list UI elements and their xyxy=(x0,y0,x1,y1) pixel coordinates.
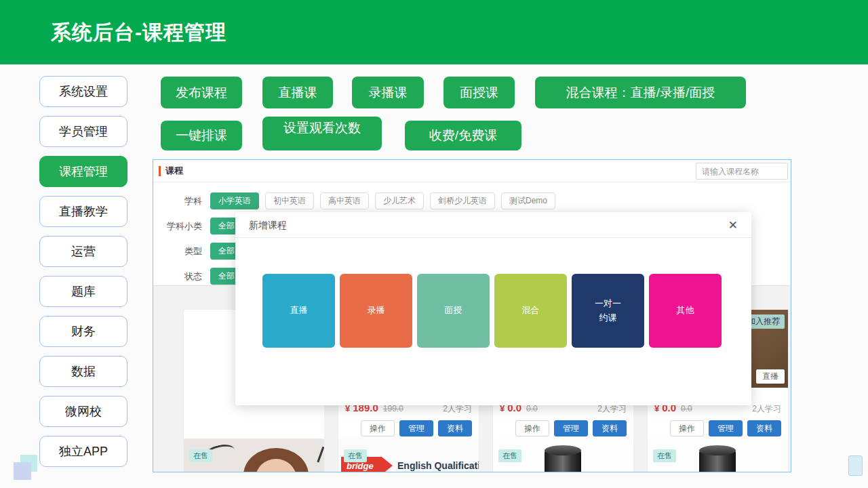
mixed-course-button[interactable]: 混合课程：直播/录播/面授 xyxy=(535,77,746,108)
subject-tag[interactable]: 高中英语 xyxy=(320,192,369,209)
sidebar-item-data[interactable]: 数据 xyxy=(39,356,127,387)
close-icon[interactable]: ✕ xyxy=(728,218,738,232)
material-button[interactable]: 资料 xyxy=(593,420,627,436)
course-original-price: 0.0 xyxy=(681,404,692,413)
type-card-offline[interactable]: 面授 xyxy=(417,274,490,348)
course-card[interactable]: bridge English Qualifications 在售 xyxy=(338,439,479,472)
course-type-badge: 直播 xyxy=(756,369,785,384)
course-card[interactable]: 在售 xyxy=(493,439,633,472)
publish-course-button[interactable]: 发布课程 xyxy=(161,77,242,108)
filter-label: 学科 xyxy=(153,195,202,207)
type-card-recorded[interactable]: 录播 xyxy=(340,274,412,348)
subject-tag[interactable]: 测试Demo xyxy=(501,192,555,209)
offline-course-button[interactable]: 面授课 xyxy=(443,77,515,108)
modal-title: 新增课程 xyxy=(249,220,287,232)
filter-label: 学科小类 xyxy=(153,220,202,232)
material-button[interactable]: 资料 xyxy=(438,420,472,436)
manage-button[interactable]: 管理 xyxy=(399,420,433,436)
modal-header: 新增课程 ✕ xyxy=(235,212,751,238)
sidebar-item-course-management[interactable]: 课程管理 xyxy=(39,156,127,187)
manage-button[interactable]: 管理 xyxy=(554,420,588,436)
sidebar-item-micro-school[interactable]: 微网校 xyxy=(39,396,127,427)
course-original-price: 0.0 xyxy=(526,404,538,413)
on-sale-badge: 在售 xyxy=(498,449,521,462)
course-search-input[interactable] xyxy=(696,163,788,180)
panel-header: 课程 xyxy=(153,160,791,182)
fee-free-course-button[interactable]: 收费/免费课 xyxy=(405,121,521,150)
sidebar-item-question-bank[interactable]: 题库 xyxy=(39,276,127,307)
subject-tag[interactable]: 剑桥少儿英语 xyxy=(430,192,495,209)
type-card-mixed[interactable]: 混合 xyxy=(494,274,567,348)
sidebar-item-system-settings[interactable]: 系统设置 xyxy=(39,76,127,107)
subject-tag[interactable]: 少儿艺术 xyxy=(375,192,424,209)
subject-tag[interactable]: 初中英语 xyxy=(265,192,314,209)
course-original-price: 199.0 xyxy=(383,404,403,413)
operate-button[interactable]: 操作 xyxy=(515,420,549,436)
course-card[interactable]: 在售 xyxy=(184,439,324,472)
sidebar-item-operations[interactable]: 运营 xyxy=(39,236,127,267)
operate-button[interactable]: 操作 xyxy=(361,420,395,436)
on-sale-badge: 在售 xyxy=(653,449,676,462)
add-course-modal: 新增课程 ✕ 直播 录播 面授 混合 一对一 约课 其他 xyxy=(235,212,751,405)
set-view-count-button[interactable]: 设置观看次数 xyxy=(262,117,382,150)
live-course-button[interactable]: 直播课 xyxy=(262,77,333,108)
on-sale-badge: 在售 xyxy=(189,449,212,462)
panel-title: 课程 xyxy=(165,165,183,177)
sidebar-item-live-teaching[interactable]: 直播教学 xyxy=(39,196,127,227)
student-count: 2人学习 xyxy=(752,403,781,415)
recorded-course-button[interactable]: 录播课 xyxy=(352,77,424,108)
subject-tag-active[interactable]: 小学英语 xyxy=(210,192,259,209)
cambridge-caption: English Qualifications xyxy=(397,460,479,471)
filter-label: 状态 xyxy=(153,270,202,283)
operate-button[interactable]: 操作 xyxy=(670,420,704,436)
manage-button[interactable]: 管理 xyxy=(709,420,743,436)
filter-row-subject: 学科 小学英语 初中英语 高中英语 少儿艺术 剑桥少儿英语 测试Demo xyxy=(153,188,791,214)
sidebar-item-standalone-app[interactable]: 独立APP xyxy=(39,436,127,467)
page-header: 系统后台-课程管理 xyxy=(0,0,868,64)
sidebar-item-student-management[interactable]: 学员管理 xyxy=(39,116,127,147)
type-card-live[interactable]: 直播 xyxy=(262,274,335,348)
decoration-square-lavender xyxy=(14,462,31,480)
sidebar: 系统设置 学员管理 课程管理 直播教学 运营 题库 财务 数据 微网校 独立AP… xyxy=(39,76,127,467)
filter-label: 类型 xyxy=(153,245,202,258)
one-click-schedule-button[interactable]: 一键排课 xyxy=(161,121,242,150)
on-sale-badge: 在售 xyxy=(344,449,367,462)
sidebar-item-finance[interactable]: 财务 xyxy=(39,316,127,347)
course-type-options: 直播 录播 面授 混合 一对一 约课 其他 xyxy=(262,274,722,348)
material-button[interactable]: 资料 xyxy=(747,420,781,436)
type-card-one-on-one[interactable]: 一对一 约课 xyxy=(572,274,644,348)
type-card-other[interactable]: 其他 xyxy=(649,274,722,348)
page-title: 系统后台-课程管理 xyxy=(51,0,226,64)
accent-bar xyxy=(159,166,161,176)
decoration-square-right xyxy=(848,455,863,476)
course-card[interactable]: 在售 xyxy=(648,439,788,472)
